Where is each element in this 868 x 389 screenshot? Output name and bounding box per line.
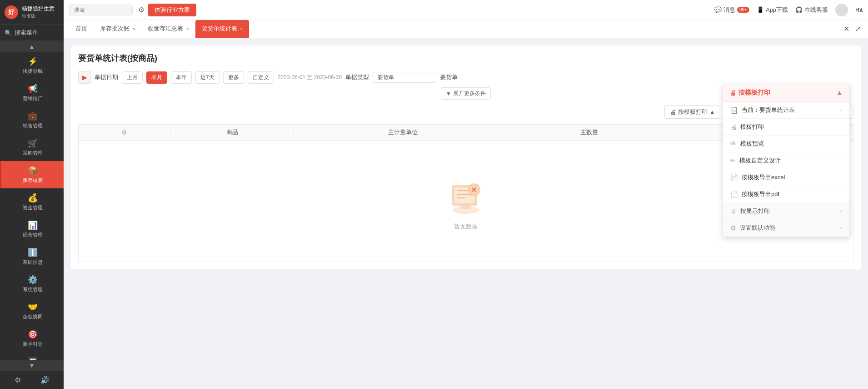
display-print-chevron: › [840, 208, 842, 214]
sidebar-icon-basic: ℹ️ [28, 248, 38, 258]
tab-receivables-close[interactable]: × [186, 26, 189, 31]
sidebar-item-marketing[interactable]: 📢 营销推广 [0, 79, 64, 106]
sidebar-item-quick-nav[interactable]: ⚡ 快捷导航 [0, 52, 64, 79]
messages-item[interactable]: 💬 消息 99+ [714, 6, 749, 14]
dropdown-item-template-custom[interactable]: ✏ 模板自定义设计 [723, 152, 849, 169]
speaker-icon[interactable]: 🔊 [40, 376, 50, 384]
sidebar-label-quick-nav: 快捷导航 [23, 68, 43, 75]
sidebar-search[interactable]: 🔍 搜索菜单 [0, 25, 64, 41]
date-btn-custom[interactable]: 自定义 [248, 71, 274, 84]
tab-order-stats-label: 要货单统计表 [202, 25, 237, 33]
print-dropdown-chevron: ▲ [709, 109, 715, 116]
sidebar-label-guide: 新手引导 [23, 341, 43, 348]
template-preview-icon: 👁 [730, 140, 737, 147]
app-download-item[interactable]: 📱 App下载 [757, 6, 788, 14]
dropdown-item-template-preview[interactable]: 👁 模板预览 [723, 136, 849, 152]
sidebar-scroll-up[interactable]: ▲ [0, 41, 64, 52]
dropdown-header-left: 🖨 按模板打印 [729, 89, 770, 97]
app-name-block: 畅捷通好生意 标准版 [22, 5, 55, 19]
dropdown-item-export-pdf[interactable]: 📄 按模板导出pdf [723, 186, 849, 203]
dropdown-current-left: 📋 当前：要货单统计表 [730, 106, 795, 114]
dropdown-current-label: 当前：要货单统计表 [742, 106, 795, 114]
print-button[interactable]: 🖨 按模板打印 ▲ [664, 105, 721, 119]
trial-button[interactable]: 体验行业方案 [148, 4, 196, 16]
online-service-item[interactable]: 🎧 在线客服 [795, 6, 828, 14]
app-name: 畅捷通好生意 [22, 5, 55, 13]
tab-inventory-batch-close[interactable]: × [132, 26, 135, 31]
type-filter-select[interactable]: 要货单 [373, 72, 436, 83]
sidebar-item-basic[interactable]: ℹ️ 基础信息 [0, 243, 64, 270]
tab-home[interactable]: 首页 [69, 20, 94, 38]
date-btn-last-month[interactable]: 上月 [122, 71, 143, 84]
sidebar-search-label: 搜索菜单 [15, 29, 38, 37]
sidebar-item-sales[interactable]: 💼 销售管理 [0, 106, 64, 134]
topbar-search-input[interactable] [69, 5, 133, 15]
app-download-label: App下载 [766, 6, 788, 14]
dropdown-header: 🖨 按模板打印 ▲ [723, 84, 849, 102]
topbar-settings-icon[interactable]: ⚙ [138, 5, 145, 14]
date-filter-label: 单据日期 [95, 73, 118, 81]
sidebar-label-purchase: 采购管理 [23, 150, 43, 157]
type-filter-label: 单据类型 [345, 73, 369, 81]
date-btn-more[interactable]: 更多 [223, 71, 244, 84]
settings-icon[interactable]: ⚙ [15, 376, 21, 384]
filter-bar: ▶ 单据日期 上月 本月 本年 近7天 更多 自定义 2023-06-01 至 … [78, 71, 853, 84]
main-content: ⚙ 体验行业方案 💬 消息 99+ 📱 App下载 🎧 在线客服 Rit 首页 [64, 0, 868, 389]
col-settings-icon: ⚙ [121, 129, 127, 136]
dropdown-item-template-print[interactable]: 🖨 模板打印 [723, 119, 849, 136]
dropdown-item-export-excel[interactable]: 📄 按模板导出excel [723, 169, 849, 186]
print-dropdown: 🖨 按模板打印 ▲ 📋 当前：要货单统计表 › 🖨 模板打印 [723, 84, 850, 237]
tab-receivables[interactable]: 收发存汇总表 × [141, 20, 195, 38]
sidebar-item-operations[interactable]: 📊 经营管理 [0, 216, 64, 243]
default-fn-icon: ⚙ [730, 224, 736, 232]
tab-order-stats[interactable]: 要货单统计表 × [195, 20, 249, 38]
tab-expand-button[interactable]: ⤢ [853, 24, 863, 34]
date-btn-this-month[interactable]: 本月 [146, 71, 167, 84]
date-btn-7days[interactable]: 近7天 [195, 71, 219, 84]
page-title: 要货单统计表(按商品) [78, 53, 853, 64]
sidebar-label-system: 系统管理 [23, 286, 43, 293]
sidebar-item-finance[interactable]: 💰 资金管理 [0, 188, 64, 216]
topbar: ⚙ 体验行业方案 💬 消息 99+ 📱 App下载 🎧 在线客服 Rit [64, 0, 868, 20]
message-icon: 💬 [714, 6, 722, 13]
sidebar-scroll-down[interactable]: ▼ [0, 360, 64, 371]
dropdown-item-0-label: 模板打印 [740, 123, 764, 131]
tab-close-all-button[interactable]: ✕ [842, 24, 851, 34]
export-pdf-icon: 📄 [730, 191, 738, 198]
dropdown-default-fn[interactable]: ⚙ 设置默认功能 › [723, 220, 849, 237]
tab-order-stats-close[interactable]: × [240, 26, 243, 31]
dropdown-close-icon[interactable]: ▲ [836, 89, 843, 97]
sidebar: 好 畅捷通好生意 标准版 🔍 搜索菜单 ▲ ⚡ 快捷导航 📢 营销推广 💼 销售… [0, 0, 64, 389]
dropdown-current-template[interactable]: 📋 当前：要货单统计表 › [723, 102, 849, 119]
date-btn-this-year[interactable]: 本年 [171, 71, 192, 84]
sidebar-icon-collab: 🤝 [28, 302, 38, 312]
current-template-icon: 📋 [730, 106, 738, 114]
col-settings[interactable]: ⚙ [79, 125, 170, 141]
messages-badge: 99+ [737, 7, 749, 13]
sidebar-item-appstore[interactable]: 🔲 应用中心 [0, 352, 64, 360]
search-icon: 🔍 [5, 30, 12, 36]
sidebar-item-guide[interactable]: 🎯 新手引导 [0, 325, 64, 352]
app-badge: 标准版 [22, 13, 55, 19]
expand-more-label: 展开更多条件 [453, 90, 486, 97]
sidebar-icon-appstore: 🔲 [28, 357, 38, 360]
tab-inventory-batch[interactable]: 库存批次账 × [94, 20, 141, 38]
sidebar-icon-quick-nav: ⚡ [28, 56, 38, 66]
sidebar-label-collab: 企业协同 [23, 313, 43, 320]
dropdown-display-print[interactable]: 🖥 按显示打印 › [723, 203, 849, 220]
page-area: 要货单统计表(按商品) ▶ 单据日期 上月 本月 本年 近7天 更多 自定义 2… [64, 38, 868, 389]
expand-more-button[interactable]: ▼ 展开更多条件 [441, 87, 491, 100]
filter-expand-icon[interactable]: ▶ [78, 71, 91, 84]
sidebar-item-collab[interactable]: 🤝 企业协同 [0, 298, 64, 325]
col-qty: 主数量 [512, 125, 667, 141]
sidebar-item-system[interactable]: ⚙️ 系统管理 [0, 270, 64, 298]
sidebar-item-purchase[interactable]: 🛒 采购管理 [0, 134, 64, 161]
print-icon: 🖨 [670, 109, 676, 116]
dropdown-sub-0-label: 按显示打印 [740, 207, 770, 215]
dropdown-sub-1-left: ⚙ 设置默认功能 [730, 224, 775, 232]
sidebar-item-inventory[interactable]: 📦 库存核算 [0, 161, 64, 188]
tabbar: 首页 库存批次账 × 收发存汇总表 × 要货单统计表 × ✕ ⤢ [64, 20, 868, 38]
sidebar-label-finance: 资金管理 [23, 204, 43, 211]
user-avatar[interactable] [835, 4, 848, 16]
dropdown-item-2-left: ✏ 模板自定义设计 [730, 157, 781, 165]
